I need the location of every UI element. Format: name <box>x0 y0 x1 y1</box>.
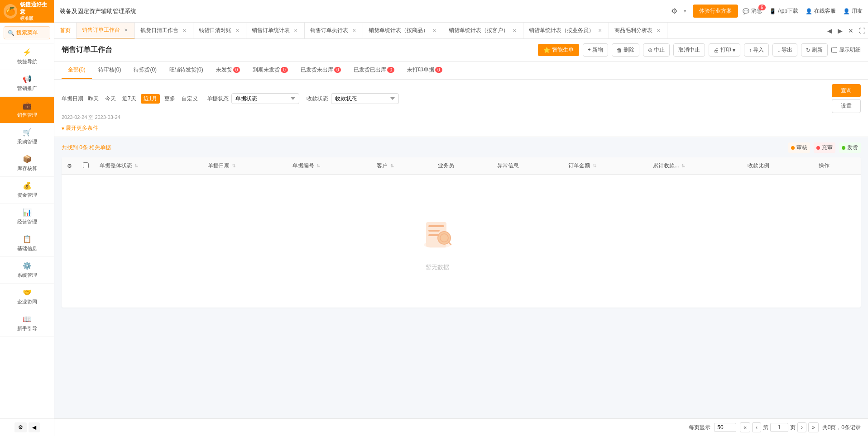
delete-btn[interactable]: 🗑 删除 <box>612 43 639 57</box>
sidebar-item-guide[interactable]: 📖 新手引导 <box>0 310 54 337</box>
tab-close-all-btn[interactable]: ✕ <box>845 23 856 39</box>
sidebar-item-basic-info[interactable]: 📋 基础信息 <box>0 230 54 257</box>
date-options: 昨天 今天 近7天 近1月 更多 自定义 <box>86 94 200 104</box>
th-ops: 操作 <box>813 157 861 175</box>
tab-close-sales-exec[interactable]: ✕ <box>351 28 357 33</box>
tab-sales-stat[interactable]: 销售订单统计表 ✕ <box>246 23 305 39</box>
page-next-btn[interactable]: › <box>797 422 806 432</box>
sidebar-item-finance[interactable]: 💰 资金管理 <box>0 177 54 204</box>
tab-close-cash-reconcile[interactable]: ✕ <box>234 28 240 33</box>
filter-settings-btn[interactable]: 设置 <box>832 99 861 113</box>
tab-sales-exec[interactable]: 销售订单执行表 ✕ <box>305 23 363 39</box>
status-filter-select[interactable]: 单据状态 <box>231 93 299 104</box>
subtab-not-shipped[interactable]: 未发货0 <box>210 62 247 79</box>
tab-sales-stat-customer[interactable]: 销货单统计表（按客户） ✕ <box>443 23 523 39</box>
tab-close-sales-stat-staff[interactable]: ✕ <box>597 28 603 33</box>
subtab-overdue-not-shipped[interactable]: 到期未发货0 <box>246 62 294 79</box>
date-option-today[interactable]: 今天 <box>103 94 118 104</box>
th-staff[interactable]: 业务员 <box>432 157 492 175</box>
message-item[interactable]: 💬 消息 6 <box>743 7 762 15</box>
page-first-btn[interactable]: « <box>740 422 750 432</box>
expand-btn[interactable]: ▾ 展开更多条件 <box>62 124 861 132</box>
print-btn[interactable]: 🖨 打印 ▾ <box>709 43 740 57</box>
status-filter-item: 单据状态 单据状态 <box>207 93 299 104</box>
import-btn[interactable]: ↑ 导入 <box>744 43 769 57</box>
page-prev-btn[interactable]: ‹ <box>752 422 761 432</box>
page-input[interactable] <box>770 423 788 432</box>
th-date[interactable]: 单据日期 ⇅ <box>202 157 287 175</box>
tab-fullscreen-btn[interactable]: ⛶ <box>856 23 868 39</box>
date-option-1month[interactable]: 近1月 <box>141 94 160 104</box>
sidebar-item-purchase[interactable]: 🛒 采购管理 <box>0 123 54 150</box>
data-table: ⚙ 单据整体状态 ⇅ 单据日期 ⇅ 单据编号 ⇅ <box>62 157 861 308</box>
sidebar-item-inventory[interactable]: 📦 库存核算 <box>0 150 54 177</box>
date-filter-item: 单据日期 昨天 今天 近7天 近1月 更多 自定义 <box>62 94 200 104</box>
date-option-custom[interactable]: 自定义 <box>180 94 200 104</box>
subtab-pending-review[interactable]: 待审核(0) <box>92 62 128 79</box>
th-amount[interactable]: 订单金额 ⇅ <box>563 157 647 175</box>
revoke-btn[interactable]: 充审 <box>814 142 835 153</box>
tab-sales-stat-product[interactable]: 销货单统计表（按商品） ✕ <box>363 23 443 39</box>
tab-prev-btn[interactable]: ◀ <box>825 23 835 39</box>
tab-next-btn[interactable]: ▶ <box>835 23 845 39</box>
th-collected[interactable]: 累计收款... ⇅ <box>647 157 742 175</box>
stop-btn[interactable]: ⊘ 中止 <box>643 43 670 57</box>
date-option-yesterday[interactable]: 昨天 <box>86 94 101 104</box>
sidebar-item-marketing[interactable]: 📢 营销推广 <box>0 70 54 97</box>
per-page-select[interactable]: 50 10 20 100 <box>714 423 736 432</box>
subtab-wangpu[interactable]: 旺铺待发货(0) <box>163 62 210 79</box>
show-detail-checkbox[interactable]: 显示明细 <box>831 46 861 54</box>
tab-home[interactable]: 首页 <box>54 23 77 39</box>
workspace-title: 销售订单工作台 <box>62 45 112 55</box>
tab-close-sales-order[interactable]: ✕ <box>123 27 129 33</box>
th-number[interactable]: 单据编号 ⇅ <box>287 157 372 175</box>
add-btn[interactable]: + 新增 <box>583 43 608 57</box>
sidebar-item-cooperation[interactable]: 🤝 企业协同 <box>0 284 54 310</box>
tab-product-margin[interactable]: 商品毛利分析表 ✕ <box>609 23 667 39</box>
refresh-btn[interactable]: ↻ 刷新 <box>801 43 828 57</box>
sidebar-collapse-btn[interactable]: ◀ <box>29 422 40 432</box>
subtab-shipped-out[interactable]: 已发货已出库0 <box>347 62 401 79</box>
industry-btn[interactable]: 体验行业方案 <box>693 5 738 18</box>
page-last-btn[interactable]: » <box>808 422 819 432</box>
tab-cash-reconcile[interactable]: 钱货日清对账 ✕ <box>193 23 246 39</box>
online-service-item[interactable]: 👤 在线客服 <box>806 7 836 15</box>
subtab-all[interactable]: 全部(0) <box>62 62 92 79</box>
sidebar-settings-btn[interactable]: ⚙ <box>14 422 27 432</box>
show-detail-input[interactable] <box>831 47 837 53</box>
query-btn[interactable]: 查询 <box>832 84 861 97</box>
sidebar-item-quick-nav[interactable]: ⚡ 快捷导航 <box>0 43 54 70</box>
tab-sales-stat-staff[interactable]: 销货单统计表（按业务员） ✕ <box>523 23 609 39</box>
date-option-more[interactable]: 更多 <box>163 94 177 104</box>
subtab-pending-pickup[interactable]: 待拣货(0) <box>127 62 163 79</box>
th-customer[interactable]: 客户 ⇅ <box>371 157 432 175</box>
th-checkbox[interactable] <box>77 157 94 175</box>
filter-row-1: 单据日期 昨天 今天 近7天 近1月 更多 自定义 单据状态 单据状态 <box>62 84 861 113</box>
approve-btn[interactable]: 审核 <box>788 142 810 153</box>
subtab-shipped-not-out[interactable]: 已发货未出库0 <box>294 62 348 79</box>
ship-btn[interactable]: 发货 <box>839 142 861 153</box>
select-all-checkbox[interactable] <box>83 162 89 168</box>
tab-cash-daily[interactable]: 钱货日清工作台 ✕ <box>135 23 193 39</box>
search-menu-btn[interactable]: 🔍 搜索菜单 <box>4 26 50 39</box>
sidebar-item-system[interactable]: ⚙️ 系统管理 <box>0 257 54 284</box>
tab-sales-order[interactable]: 销售订单工作台 ✕ <box>77 23 135 39</box>
tab-close-sales-stat-customer[interactable]: ✕ <box>511 28 518 33</box>
cancel-stop-btn[interactable]: 取消中止 <box>673 43 705 57</box>
th-settings[interactable]: ⚙ <box>62 157 77 175</box>
smart-order-btn[interactable]: ⭐ 智能生单 <box>538 44 579 56</box>
sidebar-item-operation[interactable]: 📊 经营管理 <box>0 204 54 230</box>
topbar-settings-icon[interactable]: ⚙ <box>671 7 677 15</box>
payment-filter-select[interactable]: 收款状态 <box>331 93 399 104</box>
th-overall-status[interactable]: 单据整体状态 ⇅ <box>94 157 202 175</box>
tab-close-cash-daily[interactable]: ✕ <box>181 28 187 33</box>
export-btn[interactable]: ↓ 导出 <box>772 43 797 57</box>
sidebar-item-sales[interactable]: 💼 销售管理 <box>0 97 54 123</box>
tab-close-sales-stat[interactable]: ✕ <box>293 28 299 33</box>
app-download-item[interactable]: 📱 App下载 <box>769 7 798 15</box>
subtab-not-printed[interactable]: 未打印单据0 <box>401 62 449 79</box>
date-option-7days[interactable]: 近7天 <box>120 94 138 104</box>
tab-close-product-margin[interactable]: ✕ <box>655 28 662 33</box>
tab-close-sales-stat-product[interactable]: ✕ <box>431 28 437 33</box>
user-item[interactable]: 👤 用友 <box>843 7 863 15</box>
